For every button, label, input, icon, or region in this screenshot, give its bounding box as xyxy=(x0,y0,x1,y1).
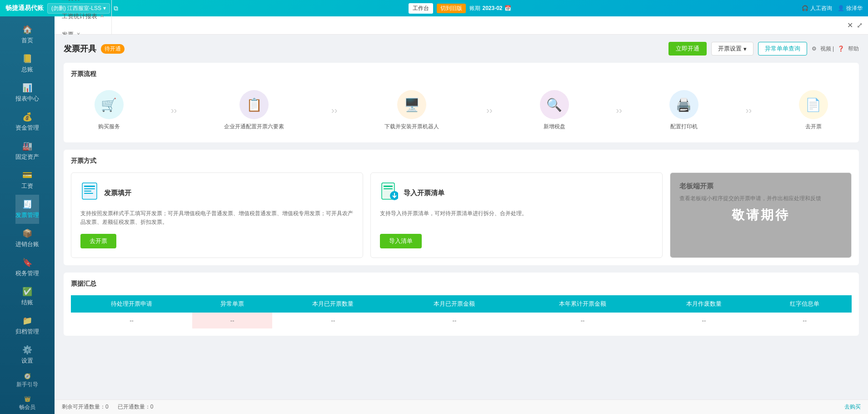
flow-step-step1: 🛒 购买服务 xyxy=(95,90,124,131)
fill-card-button[interactable]: 去开票 xyxy=(80,234,116,248)
page-content: 发票开具 待开通 立即开通 开票设置 ▾ 异常单单查询 ⚙ 视频 | ❓ 帮助 xyxy=(55,35,868,399)
flow-section-title: 开票流程 xyxy=(71,70,852,78)
sidebar-label-archive: 归档管理 xyxy=(15,328,39,336)
sidebar-label-tax: 税务管理 xyxy=(15,269,39,278)
switch-version-button[interactable]: 切到旧版 xyxy=(437,4,466,13)
user-menu[interactable]: 👤 徐泽华 xyxy=(838,5,863,12)
period-value: 2023-02 xyxy=(482,5,502,11)
settings-label: 开票设置 xyxy=(718,45,742,53)
sidebar-label-ledger: 总账 xyxy=(21,66,33,74)
methods-section-title: 开票方式 xyxy=(71,157,852,165)
sidebar-item-ledger[interactable]: 📒 总账 xyxy=(15,49,39,78)
sidebar-item-invoice-mgmt[interactable]: 🧾 发票管理 xyxy=(15,195,39,224)
workbench-button[interactable]: 工作台 xyxy=(409,3,433,14)
copy-icon[interactable]: ⧉ xyxy=(114,5,118,12)
help-views: 视频 | xyxy=(820,45,834,53)
step-icon-step6: 📄 xyxy=(805,97,821,112)
purchase-sales-icon: 📦 xyxy=(22,228,32,238)
period-label: 账期 xyxy=(469,5,480,12)
flow-arrow-1: ›› xyxy=(331,105,337,116)
sidebar-item-settings[interactable]: ⚙️ 设置 xyxy=(15,340,39,369)
sidebar-label-invoice-mgmt: 发票管理 xyxy=(15,211,39,219)
page-header: 发票开具 待开通 立即开通 开票设置 ▾ 异常单单查询 ⚙ 视频 | ❓ 帮助 xyxy=(64,42,859,56)
home-icon: 🏠 xyxy=(22,25,32,35)
svg-rect-7 xyxy=(384,188,393,189)
tax-icon: 🔖 xyxy=(22,257,32,268)
summary-table-head: 待处理开票申请异常单票本月已开票数量本月已开票金额本年累计开票金额本月作废数量红… xyxy=(71,295,852,313)
sidebar-item-tax[interactable]: 🔖 税务管理 xyxy=(15,253,39,282)
summary-col-header: 本月作废数量 xyxy=(650,295,758,313)
flow-step-step6: 📄 去开票 xyxy=(799,90,828,131)
summary-col-header: 异常单票 xyxy=(192,295,272,313)
open-now-button[interactable]: 立即开通 xyxy=(668,42,707,56)
summary-col-header: 待处理开票申请 xyxy=(71,295,192,313)
tab-label-payroll: 工资表 xyxy=(62,0,80,2)
import-card-button[interactable]: 导入清单 xyxy=(380,234,422,248)
headset-icon: 🎧 xyxy=(802,5,808,11)
sidebar-item-payroll[interactable]: 💳 工资 xyxy=(15,166,39,195)
methods-section: 开票方式 xyxy=(64,150,859,265)
sidebar-item-purchase-sales[interactable]: 📦 进销台账 xyxy=(15,224,39,253)
sidebar-item-guide[interactable]: 🧭 新手引导 xyxy=(0,369,55,392)
sidebar-label-settings: 设置 xyxy=(21,357,33,365)
tab-payroll[interactable]: 工资表✕ xyxy=(55,0,112,7)
period-selector[interactable]: 账期 2023-02 📅 xyxy=(469,5,511,12)
summary-col-header: 本月已开票金额 xyxy=(394,295,515,313)
page-title-wrap: 发票开具 待开通 xyxy=(64,43,125,54)
summary-col-header: 红字信息单 xyxy=(758,295,852,313)
buy-link[interactable]: 去购买 xyxy=(844,403,861,411)
step-label-step3: 下载并安装开票机器人 xyxy=(384,123,439,131)
tab-close-payroll-report[interactable]: ✕ xyxy=(100,13,104,19)
main-layout: 🏠 首页 📒 总账 📊 报表中心 💰 资金管理 🏭 固定资产 💳 工资 🧾 发票… xyxy=(0,16,868,414)
user-avatar-icon: 👤 xyxy=(838,5,844,11)
settings-button[interactable]: 开票设置 ▾ xyxy=(711,42,753,56)
coming-soon-label: 敬请期待 xyxy=(732,207,790,224)
summary-cell-0: -- xyxy=(71,313,192,328)
user-name: 徐泽华 xyxy=(846,5,863,12)
svg-rect-1 xyxy=(84,186,95,187)
chevron-settings-icon: ▾ xyxy=(743,45,747,52)
fill-card-desc: 支持按照发票样式手工填写开发票；可开具增值税电子普通发票、增值税普通发票、增值税… xyxy=(80,209,354,227)
close-all-tabs-button[interactable]: ✕ xyxy=(847,21,853,30)
ticket-card-fill: 发票填开 支持按照发票样式手工填写开发票；可开具增值税电子普通发票、增值税普通发… xyxy=(71,172,363,258)
step-icon-step5: 🖨️ xyxy=(676,97,692,112)
sidebar-item-settle[interactable]: ✅ 结账 xyxy=(15,282,39,311)
settle-icon: ✅ xyxy=(22,287,32,297)
import-card-desc: 支持导入待开票清单，可对待开票清单进行拆分、合并处理。 xyxy=(380,209,653,227)
sidebar-bottom-guide-label: 新手引导 xyxy=(16,381,38,389)
sidebar-item-home[interactable]: 🏠 首页 xyxy=(15,20,39,49)
sidebar-item-funds[interactable]: 💰 资金管理 xyxy=(15,107,39,136)
sidebar-label-settle: 结账 xyxy=(21,298,33,307)
sidebar-item-assets[interactable]: 🏭 固定资产 xyxy=(15,136,39,166)
summary-col-header: 本年累计开票金额 xyxy=(515,295,650,313)
step-circle-step2: 📋 xyxy=(239,90,269,119)
calendar-icon: 📅 xyxy=(504,5,511,11)
flow-arrow-2: ›› xyxy=(486,105,492,116)
sidebar-label-home: 首页 xyxy=(21,36,33,45)
top-bar: 畅捷通易代账 (勿删) 江西服室-LSS ▾ ⧉ 工作台 切到旧版 账期 202… xyxy=(0,0,868,16)
service-button[interactable]: 🎧 人工咨询 xyxy=(802,5,832,12)
flow-arrow-3: ›› xyxy=(616,105,622,116)
step-circle-step6: 📄 xyxy=(799,90,828,119)
query-button[interactable]: 异常单单查询 xyxy=(758,42,807,56)
summary-cell-3: -- xyxy=(394,313,515,328)
summary-cell-1: -- xyxy=(192,313,272,328)
payroll-icon: 💳 xyxy=(22,170,32,180)
ticket-card-fill-header: 发票填开 xyxy=(80,182,354,204)
summary-cell-2: -- xyxy=(272,313,394,328)
restore-icon[interactable]: ⤢ xyxy=(857,21,863,30)
guide-icon: 🧭 xyxy=(24,373,31,379)
fill-icon xyxy=(80,182,99,204)
content-area: 首页工资表✕工资统计报表✕发票✕发票测算✕发票开具✕ ✕ ⤢ 发票开具 待开通 … xyxy=(55,16,868,414)
tab-payroll-report[interactable]: 工资统计报表✕ xyxy=(55,7,112,25)
sidebar-item-archive[interactable]: 📁 归档管理 xyxy=(15,311,39,340)
sidebar-item-member[interactable]: 👑 畅会员 xyxy=(0,392,55,414)
tab-close-payroll[interactable]: ✕ xyxy=(82,0,86,1)
svg-rect-3 xyxy=(84,191,91,192)
flow-arrow-0: ›› xyxy=(171,105,177,116)
invoice-mgmt-icon: 🧾 xyxy=(22,199,32,209)
sidebar-item-reports[interactable]: 📊 报表中心 xyxy=(15,78,39,107)
flow-step-step5: 🖨️ 配置打印机 xyxy=(669,90,698,131)
sidebar-bottom-member-label: 畅会员 xyxy=(19,404,35,411)
opened-label: 已开通数量：0 xyxy=(118,403,154,411)
